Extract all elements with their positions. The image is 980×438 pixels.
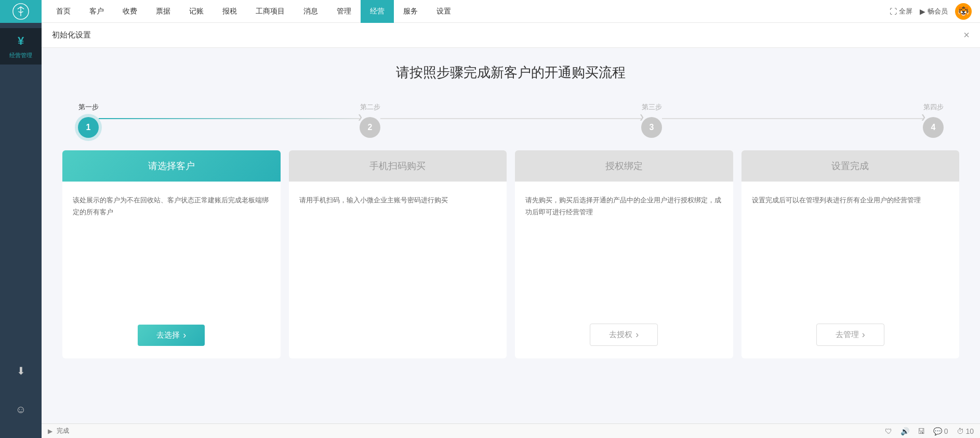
step-1-label: 第一步 [78, 102, 99, 112]
connector-3-4: ❯ [662, 118, 923, 119]
step-card-3: 授权绑定 请先购买，购买后选择开通的产品中的企业用户进行授权绑定，成功后即可进行… [515, 150, 733, 358]
step-card-1: 请选择客户 该处展示的客户为不在回收站、客户状态正常建账后完成老板端绑定的所有客… [62, 150, 281, 358]
connector-arrow-1: ❯ [357, 113, 363, 121]
card-1-body: 该处展示的客户为不在回收站、客户状态正常建账后完成老板端绑定的所有客户 [62, 182, 281, 316]
play-status-icon: ▶ [48, 428, 52, 435]
step-4-label: 第四步 [923, 102, 944, 112]
app-logo[interactable] [0, 0, 42, 23]
card-3-footer: 去授权 › [515, 315, 733, 358]
nav-item-bookkeep[interactable]: 记账 [180, 0, 213, 23]
nav-item-home[interactable]: 首页 [47, 0, 80, 23]
step-3-circle: 3 [641, 117, 662, 138]
connector-arrow-3: ❯ [921, 113, 926, 121]
steps-container: 请按照步骤完成新客户的开通购买流程 第一步 1 ❯ 第二步 [42, 48, 980, 423]
avatar[interactable]: 🐯 [955, 3, 972, 20]
logo-icon [12, 3, 29, 20]
step-card-4: 设置完成 设置完成后可以在管理列表进行所有企业用户的经营管理 去管理 › [741, 150, 960, 358]
timer-icon: ⏱ 10 [957, 427, 974, 435]
top-navigation: 首页 客户 收费 票据 记账 报税 工商项目 消息 管理 经营 服务 设置 ⛶ … [0, 0, 980, 23]
play-icon: ▶ [920, 7, 925, 16]
nav-item-customer[interactable]: 客户 [80, 0, 113, 23]
card-1-header: 请选择客户 [62, 150, 281, 182]
card-2-body: 请用手机扫码，输入小微企业主账号密码进行购买 [289, 182, 507, 338]
card-3-header: 授权绑定 [515, 150, 733, 182]
fullscreen-btn[interactable]: ⛶ 全屏 [890, 7, 912, 16]
vip-btn[interactable]: ▶ 畅会员 [920, 7, 948, 16]
status-text: 完成 [57, 427, 69, 435]
connector-1-2: ❯ [99, 118, 360, 119]
nav-item-settings[interactable]: 设置 [427, 0, 460, 23]
step-1-circle: 1 [78, 117, 99, 138]
shield-icon: 🛡 [885, 427, 892, 435]
go-manage-button[interactable]: 去管理 › [816, 324, 884, 346]
go-authorize-button[interactable]: 去授权 › [590, 324, 658, 346]
card-4-header: 设置完成 [741, 150, 960, 182]
arrow-icon-1: › [183, 330, 186, 341]
nav-menu: 首页 客户 收费 票据 记账 报税 工商项目 消息 管理 经营 服务 设置 [42, 0, 890, 22]
main-layout: ¥ 经营管理 ⬇ ☺ 初始化设置 × 请按照步骤完成新客户的开通购买流程 [0, 23, 980, 438]
save-icon: 🖫 [918, 427, 925, 435]
support-icon: ☺ [14, 402, 28, 417]
nav-item-manage[interactable]: 管理 [327, 0, 361, 23]
step-1: 第一步 1 [78, 102, 99, 138]
page-header: 初始化设置 × [42, 23, 980, 48]
nav-item-charge[interactable]: 收费 [113, 0, 147, 23]
connector-2-3: ❯ [380, 118, 641, 119]
step-cards: 请选择客户 该处展示的客户为不在回收站、客户状态正常建账后完成老板端绑定的所有客… [62, 150, 959, 358]
status-left: ▶ 完成 [48, 427, 69, 435]
step-2: 第二步 2 [360, 102, 380, 138]
sidebar-item-support[interactable]: ☺ [0, 391, 42, 428]
step-3: 第三步 3 [641, 102, 662, 138]
page-title: 初始化设置 [52, 30, 91, 40]
step-4-circle: 4 [923, 117, 944, 138]
step-2-circle: 2 [360, 117, 380, 138]
step-progress-bar: 第一步 1 ❯ 第二步 2 ❯ [62, 102, 959, 138]
nav-item-message[interactable]: 消息 [294, 0, 327, 23]
download-icon: ⬇ [14, 364, 28, 378]
operation-icon: ¥ [14, 34, 28, 48]
sidebar-item-operation[interactable]: ¥ 经营管理 [0, 28, 42, 65]
arrow-icon-4: › [862, 329, 865, 340]
message-count: 💬 0 [933, 427, 948, 435]
steps-main-title: 请按照步骤完成新客户的开通购买流程 [62, 63, 959, 82]
card-4-footer: 去管理 › [741, 315, 960, 358]
sidebar-item-label: 经营管理 [9, 51, 32, 59]
nav-item-tax[interactable]: 报税 [213, 0, 246, 23]
go-select-button[interactable]: 去选择 › [138, 325, 205, 346]
step-card-2: 手机扫码购买 请用手机扫码，输入小微企业主账号密码进行购买 [289, 150, 507, 358]
card-2-footer [289, 338, 507, 358]
connector-arrow-2: ❯ [639, 113, 644, 121]
main-content: 初始化设置 × 请按照步骤完成新客户的开通购买流程 第一步 1 ❯ [42, 23, 980, 438]
card-1-footer: 去选择 › [62, 316, 281, 358]
nav-item-business[interactable]: 工商项目 [246, 0, 294, 23]
status-bar: ▶ 完成 🛡 🔊 🖫 💬 0 ⏱ 10 [42, 423, 980, 438]
card-3-body: 请先购买，购买后选择开通的产品中的企业用户进行授权绑定，成功后即可进行经营管理 [515, 182, 733, 315]
card-2-header: 手机扫码购买 [289, 150, 507, 182]
close-button[interactable]: × [963, 29, 970, 41]
nav-item-bill[interactable]: 票据 [147, 0, 180, 23]
status-right: 🛡 🔊 🖫 💬 0 ⏱ 10 [885, 427, 974, 435]
sidebar-item-download[interactable]: ⬇ [0, 353, 42, 389]
arrow-icon-3: › [635, 329, 639, 340]
step-4: 第四步 4 [923, 102, 944, 138]
step-2-label: 第二步 [360, 102, 380, 112]
step-3-label: 第三步 [642, 102, 662, 112]
sidebar: ¥ 经营管理 ⬇ ☺ [0, 23, 42, 438]
sidebar-bottom: ⬇ ☺ [0, 353, 42, 438]
fullscreen-icon: ⛶ [890, 7, 897, 16]
card-4-body: 设置完成后可以在管理列表进行所有企业用户的经营管理 [741, 182, 960, 315]
volume-icon: 🔊 [900, 427, 909, 435]
nav-item-operation[interactable]: 经营 [361, 0, 394, 23]
nav-right: ⛶ 全屏 ▶ 畅会员 🐯 [890, 3, 980, 20]
nav-item-service[interactable]: 服务 [394, 0, 427, 23]
